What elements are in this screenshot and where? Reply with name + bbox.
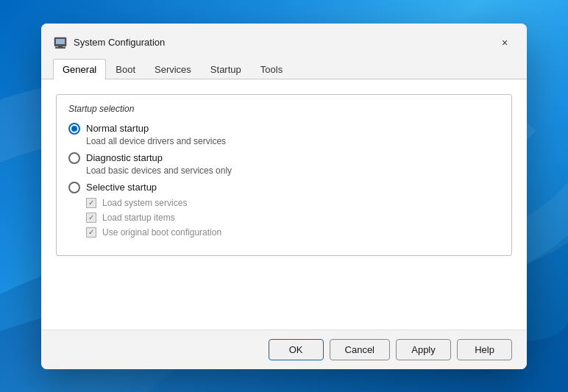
system-config-dialog: System Configuration × General Boot Serv…	[41, 24, 527, 369]
checkbox-use-original-label: Use original boot configuration	[102, 227, 221, 238]
tab-startup[interactable]: Startup	[201, 59, 251, 79]
checkbox-load-startup-box[interactable]: ✓	[86, 213, 96, 223]
checkbox-use-original-row: ✓ Use original boot configuration	[86, 227, 500, 238]
checkbox-load-system-box[interactable]: ✓	[86, 198, 96, 208]
checkbox-load-startup-label: Load startup items	[102, 213, 175, 223]
radio-selective-row[interactable]: Selective startup	[68, 182, 500, 193]
svg-rect-3	[58, 46, 63, 47]
svg-rect-1	[56, 39, 65, 44]
close-button[interactable]: ×	[494, 32, 515, 53]
cancel-button[interactable]: Cancel	[330, 339, 390, 360]
content-area: Startup selection Normal startup Load al…	[41, 79, 527, 329]
radio-diagnostic-sub: Load basic devices and services only	[86, 165, 500, 176]
dialog-footer: OK Cancel Apply Help	[41, 329, 527, 369]
tab-general[interactable]: General	[53, 59, 106, 79]
radio-normal-item: Normal startup Load all device drivers a…	[68, 123, 500, 146]
radio-normal-row[interactable]: Normal startup	[68, 123, 500, 135]
radio-normal-circle[interactable]	[68, 123, 80, 135]
radio-diagnostic-label: Diagnostic startup	[86, 152, 163, 163]
tab-boot[interactable]: Boot	[106, 59, 145, 79]
title-bar: System Configuration ×	[41, 24, 527, 53]
radio-normal-label: Normal startup	[86, 123, 149, 134]
radio-selective-circle[interactable]	[68, 182, 80, 193]
startup-selection-group: Startup selection Normal startup Load al…	[56, 94, 512, 256]
group-label: Startup selection	[68, 104, 500, 114]
checkbox-load-system-label: Load system services	[102, 198, 187, 208]
radio-diagnostic-row[interactable]: Diagnostic startup	[68, 152, 500, 164]
checkbox-load-startup-row: ✓ Load startup items	[86, 213, 500, 223]
radio-selective-item: Selective startup ✓ Load system services…	[68, 182, 500, 238]
tab-services[interactable]: Services	[145, 59, 201, 79]
dialog-title: System Configuration	[74, 37, 489, 48]
apply-button[interactable]: Apply	[396, 339, 451, 360]
svg-rect-2	[55, 47, 65, 49]
help-button[interactable]: Help	[457, 339, 512, 360]
tab-tools[interactable]: Tools	[251, 59, 292, 79]
radio-diagnostic-item: Diagnostic startup Load basic devices an…	[68, 152, 500, 176]
checkbox-load-system-row: ✓ Load system services	[86, 198, 500, 208]
tab-bar: General Boot Services Startup Tools	[41, 53, 527, 79]
radio-normal-sub: Load all device drivers and services	[86, 136, 500, 146]
dialog-icon	[53, 35, 68, 50]
radio-diagnostic-circle[interactable]	[68, 152, 80, 164]
checkbox-use-original-box[interactable]: ✓	[86, 227, 96, 238]
ok-button[interactable]: OK	[269, 339, 324, 360]
radio-selective-label: Selective startup	[86, 182, 157, 193]
